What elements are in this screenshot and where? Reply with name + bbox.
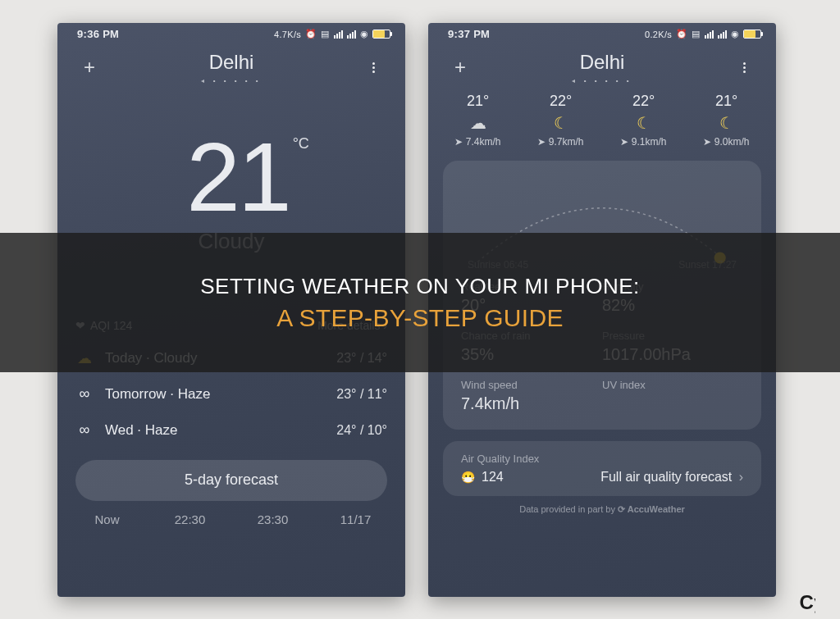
battery-icon — [372, 30, 390, 39]
hourly-strip[interactable]: Now 22:30 23:30 11/17 — [57, 501, 405, 526]
aqi-value: 124 — [482, 470, 504, 484]
moon-icon: ☾ — [685, 113, 768, 133]
uv-index: UV index — [602, 379, 743, 413]
aqi-title: Air Quality Index — [461, 453, 743, 465]
wind-arrow-icon: ➤ — [620, 136, 628, 148]
temp-unit: °C — [293, 135, 309, 152]
caption-line-1: SETTING WEATHER ON YOUR MI PHONE: — [200, 274, 640, 299]
status-time: 9:37 PM — [448, 28, 490, 40]
net-speed: 4.7K/s — [274, 30, 301, 39]
status-right: 0.2K/s ⏰ ▤ ◉ — [645, 29, 761, 39]
five-day-forecast-button[interactable]: 5-day forecast — [75, 460, 387, 501]
signal-icon-2 — [718, 30, 727, 39]
forecast-row[interactable]: ∞Wed · Haze 24° / 10° — [75, 412, 387, 448]
hourly-cell: 22°☾➤ 9.1km/h — [602, 93, 685, 148]
partly-cloudy-night-icon: ☁ — [436, 113, 519, 133]
hourly-cell: 22°☾➤ 9.7km/h — [519, 93, 602, 148]
wind-arrow-icon: ➤ — [537, 136, 546, 148]
mask-icon: 😷 — [461, 471, 475, 484]
caption-overlay: SETTING WEATHER ON YOUR MI PHONE: A STEP… — [0, 233, 840, 372]
hourly-cell: 22:30 — [148, 512, 231, 526]
add-city-button[interactable]: + — [75, 56, 103, 79]
battery-icon — [743, 30, 761, 39]
city-pager-dots: ◂ • • • • • — [572, 77, 632, 84]
hourly-cell: 11/17 — [314, 512, 397, 526]
wifi-icon: ◉ — [360, 29, 368, 39]
status-time: 9:36 PM — [77, 28, 119, 40]
moon-icon: ☾ — [519, 113, 602, 133]
haze-icon: ∞ — [75, 385, 94, 403]
caption-line-2: A STEP-BY-STEP GUIDE — [276, 304, 563, 332]
city-pager-dots: ◂ • • • • • — [201, 77, 261, 84]
more-options-button[interactable] — [730, 62, 758, 73]
hourly-cell: 21°☁➤ 7.4km/h — [436, 93, 519, 148]
city-name: Delhi — [201, 51, 261, 74]
chevron-right-icon: › — [735, 470, 743, 484]
wind-arrow-icon: ➤ — [454, 136, 463, 148]
wifi-icon: ◉ — [731, 29, 739, 39]
status-bar: 9:36 PM 4.7K/s ⏰ ▤ ◉ — [57, 23, 405, 46]
wind-arrow-icon: ➤ — [703, 136, 711, 148]
net-speed: 0.2K/s — [645, 30, 672, 39]
wind-speed: Wind speed7.4km/h — [461, 379, 602, 413]
city-selector[interactable]: Delhi ◂ • • • • • — [201, 51, 261, 84]
volte-icon: ▤ — [692, 29, 700, 39]
signal-icon-1 — [334, 30, 343, 39]
aqi-card[interactable]: Air Quality Index 😷124 Full air quality … — [443, 441, 761, 496]
signal-icon-2 — [347, 30, 356, 39]
hourly-cell: 23:30 — [231, 512, 314, 526]
data-provider: Data provided in part by ⟳ AccuWeather — [428, 504, 776, 515]
status-right: 4.7K/s ⏰ ▤ ◉ — [274, 29, 390, 39]
volte-icon: ▤ — [321, 29, 329, 39]
hourly-cell: 21°☾➤ 9.0km/h — [685, 93, 768, 148]
watermark: CyC — [799, 591, 840, 614]
city-selector[interactable]: Delhi ◂ • • • • • — [572, 51, 632, 84]
forecast-row[interactable]: ∞Tomorrow · Haze 23° / 11° — [75, 376, 387, 412]
hourly-forecast-row[interactable]: 21°☁➤ 7.4km/h 22°☾➤ 9.7km/h 22°☾➤ 9.1km/… — [428, 84, 776, 148]
status-bar: 9:37 PM 0.2K/s ⏰ ▤ ◉ — [428, 23, 776, 46]
full-aqi-link[interactable]: Full air quality forecast › — [600, 470, 743, 485]
moon-icon: ☾ — [602, 113, 685, 133]
city-name: Delhi — [572, 51, 632, 74]
signal-icon-1 — [705, 30, 714, 39]
alarm-icon: ⏰ — [676, 29, 687, 39]
temp-value: 21 — [186, 129, 289, 225]
more-options-button[interactable] — [359, 62, 387, 73]
hourly-cell: Now — [66, 512, 148, 526]
add-city-button[interactable]: + — [446, 56, 474, 79]
haze-icon: ∞ — [75, 421, 94, 439]
alarm-icon: ⏰ — [305, 29, 317, 39]
